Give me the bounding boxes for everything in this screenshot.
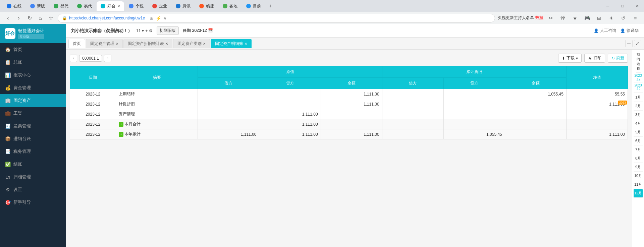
sidebar-item-archive[interactable]: 🗂 归档管理 [0, 171, 66, 183]
refresh-icon: ↻ [611, 56, 615, 61]
browser-tab-qiye[interactable]: 企业 [148, 1, 171, 11]
undo-btn[interactable]: ↺ [619, 13, 628, 23]
browser-tab-bar: 在线 新版 易代 易代 好会 ✕ 个税 企业 腾讯 [0, 0, 644, 12]
sidebar-item-closing[interactable]: ✅ 结账 [0, 158, 66, 171]
new-tab-button[interactable]: + [266, 1, 275, 11]
star-btn[interactable]: ★ [570, 13, 580, 23]
bookmark-button[interactable]: ☆ [47, 14, 55, 22]
add-company-btn[interactable]: + [145, 28, 148, 33]
next-page-button[interactable]: › [104, 55, 111, 62]
th-dep-balance: 余额 [505, 78, 566, 89]
period-panel-title[interactable]: 期 间 选 择 [636, 51, 641, 73]
sidebar-item-payroll[interactable]: 💼 工资 [0, 107, 66, 120]
top-bar-actions: 👤 人工咨询 👤 徐译华 [594, 28, 639, 34]
grid-btn[interactable]: ⊞ [594, 13, 604, 23]
browser-tab-tencent[interactable]: 腾讯 [172, 1, 195, 11]
month-3[interactable]: 3月 [634, 111, 643, 119]
guide-icon: 🎯 [5, 199, 11, 205]
month-2[interactable]: 2月 [634, 102, 643, 111]
month-4[interactable]: 4月 [634, 119, 643, 128]
th-orig-debit: 借方 [198, 78, 259, 89]
table-row-monthly-total: 2023-12 +本月合计 1,111.00 [70, 119, 628, 129]
sidebar-item-tax[interactable]: 📑 税务管理 [0, 145, 66, 158]
close-tab-fixed-asset-mgmt-icon[interactable]: ✕ [116, 42, 118, 46]
content-main: ‹ 000001 1 › ⬇ 下载 ▾ [66, 50, 632, 247]
tab-home[interactable]: 首页 [68, 39, 85, 48]
month-6[interactable]: 6月 [634, 137, 643, 145]
sidebar-item-fixed-assets[interactable]: 🏢 固定资产 [0, 94, 66, 107]
sidebar-item-home[interactable]: 🏠 首页 [0, 43, 66, 56]
sidebar-item-funds[interactable]: 💰 资金管理 [0, 81, 66, 94]
url-input[interactable]: 🔒 https://cloud.chanjet.com/accounting/u… [58, 14, 495, 22]
closing-icon: ✅ [5, 161, 11, 167]
minimize-button[interactable]: ─ [601, 0, 614, 12]
game-btn[interactable]: 🎮 [582, 13, 592, 23]
month-9[interactable]: 9月 [634, 163, 643, 172]
ledger-icon: 📋 [5, 59, 11, 65]
logo-text: 畅捷通好会计 [18, 28, 44, 34]
month-10[interactable]: 10月 [634, 172, 643, 180]
scissors-btn[interactable]: ✂ [546, 13, 555, 23]
browser-tab-yidai2[interactable]: 易代 [73, 1, 96, 11]
customer-service-link[interactable]: 👤 人工咨询 [594, 28, 616, 34]
browser-tab-gedi[interactable]: 各地 [219, 1, 241, 11]
browser-tab-haohui[interactable]: 好会 ✕ [97, 1, 124, 11]
sidebar-item-purchase-sales[interactable]: 📦 进销台账 [0, 132, 66, 145]
sun-btn[interactable]: ☀ [606, 13, 616, 23]
close-tab-haohui-icon[interactable]: ✕ [117, 4, 120, 8]
close-tab-depreciation-stats-icon[interactable]: ✕ [165, 42, 168, 46]
close-tab-asset-ledger-icon[interactable]: ✕ [245, 42, 247, 46]
month-12[interactable]: 12月 [634, 189, 643, 198]
translate-btn[interactable]: 译 [558, 13, 568, 23]
back-button[interactable]: ‹ [4, 14, 12, 22]
download-button[interactable]: ⬇ 下载 ▾ [558, 54, 582, 63]
print-button[interactable]: 🖨 打印 [584, 54, 605, 63]
period-selector: 11 ▾ + ⚙ [136, 28, 153, 33]
month-5[interactable]: 5月 [634, 128, 643, 137]
sidebar-item-settings[interactable]: ⚙ 设置 [0, 183, 66, 196]
refresh-button[interactable]: ↻ 刷新 [608, 54, 628, 63]
settings-icon[interactable]: ⚙ [149, 28, 153, 33]
home-button[interactable]: ⌂ [36, 14, 44, 22]
tab-asset-ledger[interactable]: 固定资产明细账 ✕ [211, 39, 252, 48]
browser-tab-yidai1[interactable]: 易代 [50, 1, 72, 11]
expand-panel-button[interactable]: ⤢ [634, 40, 641, 47]
dropdown-icon: ▾ [576, 56, 578, 61]
month-8[interactable]: 8月 [634, 154, 643, 163]
user-profile[interactable]: 👤 徐译华 [620, 28, 639, 34]
th-dep-debit: 借方 [382, 78, 443, 89]
browser-tab-new1[interactable]: 新版 [26, 1, 49, 11]
sidebar-item-guide[interactable]: 🎯 新手引导 [0, 196, 66, 209]
prev-page-button[interactable]: ‹ [70, 55, 77, 62]
browser-tab-changjie[interactable]: 畅捷 [195, 1, 218, 11]
refresh-button[interactable]: ↻ [25, 14, 34, 22]
sidebar-item-ledger[interactable]: 📋 总账 [0, 56, 66, 69]
close-tab-asset-category-icon[interactable]: ✕ [203, 42, 206, 46]
maximize-button[interactable]: □ [616, 0, 629, 12]
tab-asset-category[interactable]: 固定资产类别 ✕ [173, 39, 210, 48]
sidebar-item-invoice[interactable]: 🧾 发票管理 [0, 120, 66, 132]
summary-icon: + [119, 132, 123, 137]
month-11[interactable]: 11月 [634, 180, 643, 189]
payroll-icon: 💼 [5, 110, 11, 116]
switch-version-button[interactable]: 切到旧版 [157, 26, 179, 35]
end-period[interactable]: 2023 .12 [634, 82, 642, 92]
funds-icon: 💰 [5, 85, 11, 91]
browser-tab-muqian[interactable]: 目前 [242, 1, 265, 11]
month-1[interactable]: 1月 [634, 93, 643, 102]
tab-depreciation-stats[interactable]: 固定资产折旧统计表 ✕ [123, 39, 172, 48]
browser-actions: ✂ 译 ★ 🎮 ⊞ ☀ ↺ ≡ [546, 13, 640, 23]
period-value[interactable]: 2023-12 [192, 28, 207, 33]
reports-icon: 📊 [5, 72, 11, 78]
forward-button[interactable]: › [15, 14, 23, 22]
menu-btn[interactable]: ≡ [631, 13, 640, 23]
browser-tab-geshui[interactable]: 个税 [125, 1, 148, 11]
month-7[interactable]: 7月 [634, 145, 643, 154]
tab-fixed-asset-mgmt[interactable]: 固定资产管理 ✕ [86, 39, 123, 48]
close-window-button[interactable]: ✕ [631, 0, 644, 12]
main-content: 刘小艳演示账套（勿删勿动！） 11 ▾ + ⚙ 切到旧版 账期 2023-12 … [66, 24, 644, 247]
sidebar-item-reports[interactable]: 📊 报表中心 [0, 69, 66, 81]
start-period[interactable]: 2023 .12 [634, 73, 642, 82]
minimize-panel-button[interactable]: ─ [625, 40, 633, 47]
browser-tab-online[interactable]: 在线 [3, 1, 25, 11]
